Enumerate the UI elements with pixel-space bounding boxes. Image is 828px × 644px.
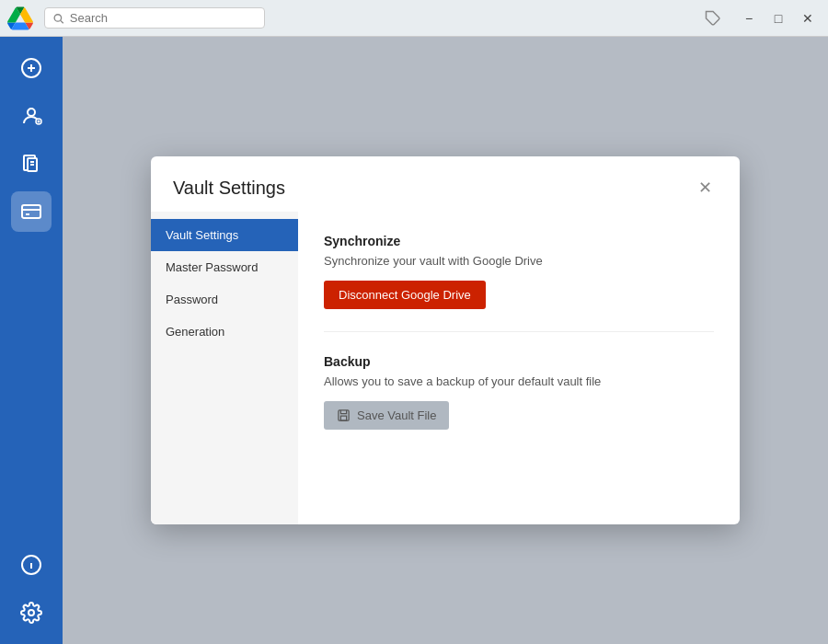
svg-point-0: [54, 14, 61, 20]
save-icon: [337, 408, 351, 422]
title-bar: − □ ✕: [0, 0, 828, 37]
close-button[interactable]: ✕: [795, 6, 821, 31]
documents-icon: [20, 153, 42, 175]
tag-icon: [705, 10, 721, 27]
minimize-button[interactable]: −: [736, 6, 762, 31]
svg-rect-17: [22, 205, 40, 218]
sidebar: [0, 37, 63, 644]
nav-item-generation[interactable]: Generation: [151, 316, 298, 348]
vault-settings-dialog: Vault Settings ✕ Vault Settings Master P…: [151, 156, 740, 524]
maximize-button[interactable]: □: [765, 6, 791, 31]
dialog-body: Vault Settings Master Password Password …: [151, 212, 740, 524]
save-vault-file-button[interactable]: Save Vault File: [324, 401, 449, 430]
sidebar-bottom: [11, 545, 52, 633]
synchronize-description: Synchronize your vault with Google Drive: [324, 254, 714, 268]
sidebar-item-info[interactable]: [11, 545, 52, 585]
svg-line-1: [61, 20, 63, 23]
section-divider: [324, 331, 714, 332]
main-layout: Vault Settings ✕ Vault Settings Master P…: [0, 37, 828, 644]
sidebar-item-settings[interactable]: [11, 592, 52, 633]
search-bar[interactable]: [44, 7, 265, 29]
info-icon: [20, 554, 42, 576]
dialog-close-button[interactable]: ✕: [692, 175, 718, 201]
title-bar-controls: − □ ✕: [736, 6, 821, 31]
content-area: Vault Settings ✕ Vault Settings Master P…: [63, 37, 828, 644]
dialog-header: Vault Settings ✕: [151, 156, 740, 212]
svg-point-6: [28, 109, 35, 116]
dialog-content: Synchronize Synchronize your vault with …: [298, 212, 740, 524]
dialog-title: Vault Settings: [173, 178, 285, 199]
synchronize-title: Synchronize: [324, 234, 714, 248]
sidebar-item-documents[interactable]: [11, 144, 52, 184]
svg-point-23: [29, 610, 34, 615]
search-input[interactable]: [70, 11, 257, 25]
nav-item-password[interactable]: Password: [151, 283, 298, 316]
search-icon: [52, 12, 64, 25]
nav-item-master-password[interactable]: Master Password: [151, 251, 298, 283]
synchronize-section: Synchronize Synchronize your vault with …: [324, 234, 714, 309]
title-bar-left: [7, 6, 736, 31]
backup-title: Backup: [324, 354, 714, 369]
add-icon: [20, 57, 42, 79]
google-drive-logo-icon: [7, 6, 33, 31]
dialog-nav: Vault Settings Master Password Password …: [151, 212, 298, 524]
sidebar-item-card[interactable]: [11, 191, 52, 232]
modal-overlay: Vault Settings ✕ Vault Settings Master P…: [63, 37, 828, 644]
settings-icon: [20, 602, 42, 624]
backup-description: Allows you to save a backup of your defa…: [324, 374, 714, 388]
tag-icon-wrap: [705, 9, 721, 27]
sidebar-item-user[interactable]: [11, 96, 52, 136]
disconnect-google-drive-button[interactable]: Disconnect Google Drive: [324, 281, 486, 309]
sidebar-item-add[interactable]: [11, 48, 52, 88]
nav-item-vault-settings[interactable]: Vault Settings: [151, 219, 298, 251]
user-icon: [20, 105, 42, 127]
save-vault-file-label: Save Vault File: [357, 408, 436, 422]
card-icon: [20, 201, 42, 223]
backup-section: Backup Allows you to save a backup of yo…: [324, 354, 714, 430]
